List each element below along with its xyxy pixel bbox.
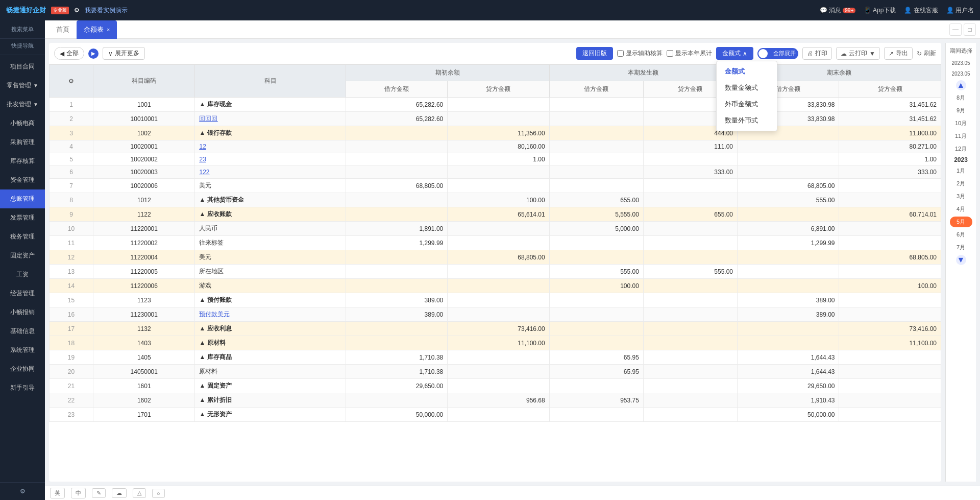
period-from[interactable]: 2023.05	[950, 59, 972, 67]
sidebar-item-system[interactable]: 系统管理	[0, 341, 45, 360]
all-filter-btn[interactable]: ◀ 全部	[54, 47, 84, 60]
online-service-btn[interactable]: 👤 在线客服	[904, 6, 938, 15]
refresh-btn[interactable]: ↻ 刷新	[917, 49, 936, 58]
show-ytd-check[interactable]: 显示本年累计	[667, 49, 712, 58]
cloud-print-btn[interactable]: ☁ 云打印 ▼	[836, 47, 880, 60]
sidebar-item-ecommerce[interactable]: 小畅电商	[0, 114, 45, 133]
sidebar-item-tax[interactable]: 税务管理	[0, 227, 45, 246]
sidebar-item-fixed-assets[interactable]: 固定资产	[0, 246, 45, 265]
table-row-name[interactable]: ▲ 其他货币资金	[195, 193, 346, 207]
table-row-name[interactable]: 回回回	[195, 112, 346, 126]
sidebar-item-operations[interactable]: 经营管理	[0, 284, 45, 303]
tab-maximize-btn[interactable]: □	[964, 23, 976, 36]
sidebar-item-wholesale[interactable]: 批发管理 ▼	[0, 95, 45, 114]
dropdown-item-foreign-amount[interactable]: 外币金额式	[717, 96, 777, 112]
dropdown-item-amount[interactable]: 金额式	[717, 63, 777, 80]
sidebar-item-cooperation[interactable]: 企业协同	[0, 360, 45, 378]
table-row-code: 10010001	[93, 112, 195, 126]
show-assist-check[interactable]: 显示辅助核算	[617, 49, 663, 58]
app-logo: 畅捷通好企财	[6, 6, 46, 15]
month-10[interactable]: 10月	[950, 118, 972, 129]
tab-restore-btn[interactable]: —	[949, 23, 962, 36]
table-row-period-debit	[549, 408, 643, 422]
month-9[interactable]: 9月	[950, 105, 972, 116]
expand-more-btn[interactable]: ∨ 展开更多	[103, 47, 145, 60]
table-row-code: 1602	[93, 393, 195, 408]
settings-icon[interactable]: ⚙	[74, 7, 80, 14]
sidebar-nav[interactable]: 快捷导航	[0, 39, 45, 53]
tab-balance[interactable]: 余额表 ×	[77, 20, 117, 39]
mode-btn[interactable]: 金额式 ∧	[716, 47, 753, 60]
table-row-name[interactable]: 12	[195, 140, 346, 153]
show-assist-checkbox[interactable]	[617, 50, 624, 57]
sidebar: 搜索菜单 快捷导航 项目合同 零售管理 ▼ 批发管理 ▼ 小畅电商 采购管理 库…	[0, 20, 45, 500]
table-row-closing-credit	[839, 236, 941, 250]
right-panel: 期间选择 2023.05 2023.05 ▲ 8月 9月 10月 11月 12月…	[945, 43, 976, 482]
period-to[interactable]: 2023.05	[950, 69, 972, 78]
month-1[interactable]: 1月	[950, 165, 972, 176]
show-ytd-checkbox[interactable]	[667, 50, 673, 57]
table-row-name[interactable]: 122	[195, 166, 346, 179]
month-12[interactable]: 12月	[950, 144, 972, 154]
nav-next-btn[interactable]: ▶	[88, 49, 99, 59]
app-version: 专业版	[51, 7, 69, 14]
table-row-name[interactable]: ▲ 原材料	[195, 336, 346, 350]
status-cn-btn[interactable]: 中	[71, 488, 86, 498]
table-row-name: 美元	[195, 179, 346, 193]
table-row-closing-credit: 68,805.00	[839, 250, 941, 265]
tab-home[interactable]: 首页	[49, 20, 77, 39]
sidebar-item-inventory[interactable]: 库存核算	[0, 152, 45, 171]
month-2[interactable]: 2月	[950, 178, 972, 189]
sidebar-item-ledger[interactable]: 总账管理	[0, 189, 45, 208]
table-row-num: 23	[50, 408, 93, 422]
demo-link[interactable]: 我要看实例演示	[85, 6, 128, 15]
sidebar-item-fund[interactable]: 资金管理	[0, 171, 45, 189]
month-3[interactable]: 3月	[950, 191, 972, 202]
month-5[interactable]: 5月	[950, 217, 972, 227]
month-4[interactable]: 4月	[950, 204, 972, 215]
table-row-opening-credit: 11,100.00	[448, 336, 549, 350]
dropdown-item-qty-foreign[interactable]: 数量外币式	[717, 112, 777, 129]
user-avatar[interactable]: 👤 用户名	[946, 6, 974, 15]
status-cloud-btn[interactable]: ☁	[112, 488, 127, 498]
status-lang-btn[interactable]: 英	[50, 488, 65, 498]
sidebar-item-basic-info[interactable]: 基础信息	[0, 322, 45, 341]
status-sync-btn[interactable]: ○	[152, 489, 165, 498]
month-8[interactable]: 8月	[950, 92, 972, 103]
table-row-opening-credit	[448, 166, 549, 179]
table-row-period-debit	[549, 98, 643, 112]
sidebar-item-guide[interactable]: 新手引导	[0, 378, 45, 397]
sidebar-search[interactable]: 搜索菜单	[0, 20, 45, 39]
period-down-btn[interactable]: ▼	[956, 255, 966, 265]
table-row-closing-debit	[738, 153, 839, 166]
sidebar-item-purchase[interactable]: 采购管理	[0, 133, 45, 152]
message-btn[interactable]: 💬 消息 99+	[820, 6, 856, 15]
export-btn[interactable]: ↗ 导出	[884, 47, 913, 60]
month-6[interactable]: 6月	[950, 229, 972, 240]
table-row-name[interactable]: 23	[195, 153, 346, 166]
table-row-name[interactable]: 预付款美元	[195, 307, 346, 322]
print-btn[interactable]: 🖨 打印	[802, 47, 832, 60]
back-old-version-btn[interactable]: 退回旧版	[576, 47, 613, 60]
tab-close-icon[interactable]: ×	[107, 27, 110, 33]
table-row-name[interactable]: ▲ 应收利息	[195, 322, 346, 336]
status-upload-btn[interactable]: △	[133, 488, 146, 498]
status-edit-btn[interactable]: ✎	[92, 488, 106, 498]
period-up-btn[interactable]: ▲	[956, 80, 966, 90]
th-settings[interactable]: ⚙	[50, 65, 93, 98]
sidebar-item-invoice[interactable]: 发票管理	[0, 208, 45, 227]
month-7[interactable]: 7月	[950, 242, 972, 253]
app-download-btn[interactable]: 📱 App下载	[864, 6, 896, 15]
sidebar-item-expense[interactable]: 小畅报销	[0, 303, 45, 322]
month-11[interactable]: 11月	[950, 131, 972, 141]
expand-all-toggle[interactable]: 全部展开	[757, 48, 798, 59]
sidebar-item-payroll[interactable]: 工资	[0, 265, 45, 284]
table-row-closing-credit	[839, 293, 941, 307]
sidebar-item-retail[interactable]: 零售管理 ▼	[0, 76, 45, 95]
sidebar-item-project[interactable]: 项目合同	[0, 57, 45, 76]
sidebar-settings[interactable]: ⚙	[0, 482, 45, 500]
dropdown-item-qty-amount[interactable]: 数量金额式	[717, 80, 777, 96]
table-row-closing-credit: 1.00	[839, 153, 941, 166]
table-area: ◀ 全部 ▶ ∨ 展开更多 退回旧版 显示辅助核算	[49, 43, 941, 482]
table-row-period-debit	[549, 153, 643, 166]
